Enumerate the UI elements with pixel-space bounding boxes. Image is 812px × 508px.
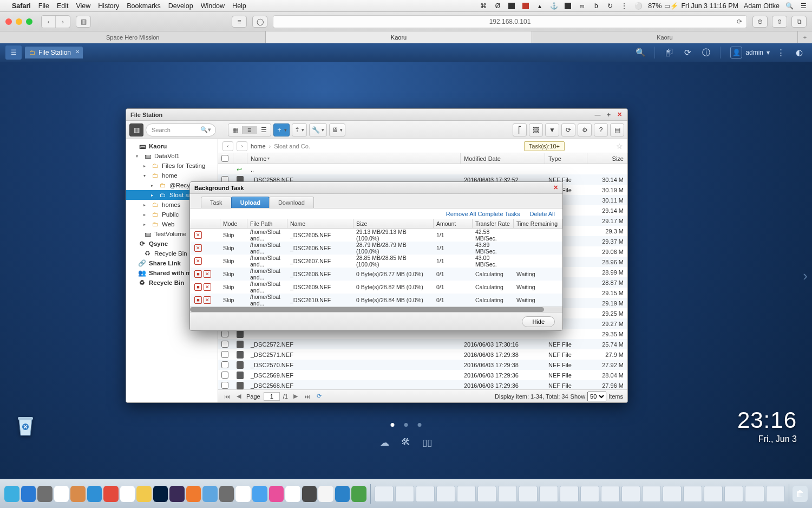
file-row[interactable]: _DSC2571.NEF2016/06/03 17:29:38NEF File2… [218, 349, 627, 360]
browser-tab[interactable]: Kaoru [532, 31, 798, 43]
task-list[interactable]: ✕Skip/home/Sloat and..._DSC2605.NEF29.13… [190, 229, 562, 307]
dock-minimized-window[interactable] [724, 486, 743, 502]
hide-button[interactable]: Hide [522, 316, 555, 327]
menu-edit[interactable]: Edit [57, 2, 69, 10]
dock-minimized-window[interactable] [663, 486, 682, 502]
file-row[interactable]: _DSC2570.NEF2016/06/03 17:29:38NEF File2… [218, 360, 627, 370]
menubar-status-icon[interactable] [521, 2, 530, 10]
row-checkbox[interactable] [221, 372, 228, 379]
dock-app-icon[interactable] [37, 486, 53, 502]
menu-file[interactable]: File [38, 2, 49, 10]
toggle-sidebar-icon[interactable]: ▥ [129, 123, 143, 136]
share-button[interactable]: 🖥 [329, 123, 345, 136]
last-page-icon[interactable]: ⏭ [303, 393, 312, 400]
dock-app-icon[interactable] [169, 486, 185, 502]
spotlight-icon[interactable]: 🔍 [785, 2, 794, 10]
cancel-task-icon[interactable]: ✕ [204, 270, 211, 278]
refresh-icon[interactable]: ⟳ [561, 123, 575, 136]
refresh-icon[interactable]: ⟳ [315, 393, 324, 400]
dock-minimized-window[interactable] [539, 486, 558, 502]
menubar-status-icon[interactable]: ⋮ [620, 2, 628, 10]
list-view-icon[interactable]: ≡ [243, 126, 257, 134]
tree-item[interactable]: 🖴Kaoru [126, 141, 218, 151]
dock-app-icon[interactable] [120, 486, 135, 502]
reload-icon[interactable]: ⟳ [737, 18, 742, 25]
parent-dir-row[interactable]: ↩.. [218, 164, 627, 174]
dock-minimized-window[interactable] [498, 486, 517, 502]
dock-app-icon[interactable] [252, 486, 267, 502]
dock-app-icon[interactable] [54, 486, 69, 502]
menu-develop[interactable]: Develop [168, 2, 193, 10]
create-button[interactable]: ＋ [273, 123, 290, 136]
delete-all-link[interactable]: Delete All [530, 211, 555, 217]
search-input[interactable]: Search 🔍▾ [146, 123, 216, 136]
row-checkbox[interactable] [221, 330, 228, 337]
dock-app-icon[interactable] [70, 486, 86, 502]
task-row[interactable]: ■✕Skip/home/Sloat and..._DSC2608.NEF0 By… [190, 268, 562, 281]
menubar-status-icon[interactable]: Ø [493, 2, 502, 10]
stop-task-icon[interactable]: ■ [194, 296, 202, 304]
back-icon[interactable]: ‹ [42, 16, 56, 28]
volume-icon[interactable]: 🗐 [662, 45, 677, 60]
detail-view-icon[interactable]: ☰ [257, 126, 271, 134]
first-page-icon[interactable]: ⏮ [222, 393, 231, 400]
task-row[interactable]: ■✕Skip/home/Sloat and..._DSC2610.NEF0 By… [190, 294, 562, 307]
task-row[interactable]: ■✕Skip/home/Sloat and..._DSC2609.NEF0 By… [190, 281, 562, 294]
dock-minimized-window[interactable] [704, 486, 723, 502]
file-row[interactable]: _DSC2572.NEF2016/06/03 17:30:16NEF File2… [218, 339, 627, 349]
sidebar-toggle-icon[interactable]: ▥ [76, 16, 91, 28]
dock-minimized-window[interactable] [766, 486, 785, 502]
menubar-status-icon[interactable]: ▴ [535, 2, 544, 10]
info-icon[interactable]: ⓘ [698, 45, 713, 60]
row-checkbox[interactable] [221, 382, 228, 389]
dock-minimized-window[interactable] [683, 486, 702, 502]
col-type[interactable]: Type [545, 153, 587, 164]
row-checkbox[interactable] [221, 351, 228, 358]
menubar-status-icon[interactable]: b [592, 2, 600, 10]
grid-view-icon[interactable]: ▦ [228, 126, 243, 134]
minimize-icon[interactable] [16, 18, 22, 25]
file-row[interactable]: _DSC2568.NEF2016/06/03 17:29:36NEF File2… [218, 380, 627, 389]
tabs-icon[interactable]: ⧉ [791, 16, 807, 28]
dock-app-icon[interactable] [318, 486, 333, 502]
zoom-icon[interactable] [26, 18, 32, 25]
close-icon[interactable]: ✕ [615, 111, 623, 119]
dock-app-icon[interactable] [269, 486, 284, 502]
dock-minimized-window[interactable] [642, 486, 661, 502]
url-bar[interactable]: 192.168.0.101 ⟳ [273, 15, 747, 28]
crumb-item[interactable]: Sloat and Co. [274, 143, 310, 149]
row-checkbox[interactable] [221, 341, 228, 348]
dock-app-icon[interactable] [186, 486, 201, 502]
dock-minimized-window[interactable] [621, 486, 640, 502]
dock-app-icon[interactable] [351, 486, 366, 502]
dialog-titlebar[interactable]: Background Task ✕ [190, 182, 562, 194]
shield-icon[interactable]: ◯ [252, 16, 267, 28]
close-tab-icon[interactable]: ✕ [75, 49, 80, 55]
remove-complete-link[interactable]: Remove All Complete Tasks [446, 211, 520, 217]
dock-app-icon[interactable] [103, 486, 119, 502]
row-checkbox[interactable] [221, 361, 228, 368]
menubar-user[interactable]: Adam Ottke [744, 2, 780, 10]
remote-icon[interactable]: ▤ [610, 123, 624, 136]
prev-page-icon[interactable]: ◀ [234, 393, 243, 400]
minimize-icon[interactable]: — [594, 111, 601, 119]
col-name[interactable]: Name ▾ [247, 153, 461, 164]
view-mode-group[interactable]: ▦ ≡ ☰ [228, 123, 271, 136]
smart-filter-icon[interactable]: ⎡ [513, 123, 527, 136]
dock-minimized-window[interactable] [457, 486, 476, 502]
col-size[interactable]: Size [587, 153, 627, 164]
dock-app-icon[interactable] [21, 486, 36, 502]
menubar-status-icon[interactable] [564, 2, 572, 10]
menubar-app[interactable]: Safari [12, 2, 31, 10]
menubar-status-icon[interactable]: ⚓ [549, 2, 558, 10]
page-input[interactable] [264, 392, 280, 401]
dock-trash-icon[interactable]: 🗑 [793, 486, 808, 502]
close-icon[interactable]: ✕ [553, 184, 558, 191]
dock-minimized-window[interactable] [560, 486, 579, 502]
cancel-task-icon[interactable]: ✕ [204, 296, 211, 304]
menu-window[interactable]: Window [201, 2, 225, 10]
help-icon[interactable]: ? [594, 123, 608, 136]
wifi-icon[interactable]: ⚪ [634, 2, 643, 10]
dock-minimized-window[interactable] [745, 486, 764, 502]
new-tab-button[interactable]: + [798, 31, 812, 43]
